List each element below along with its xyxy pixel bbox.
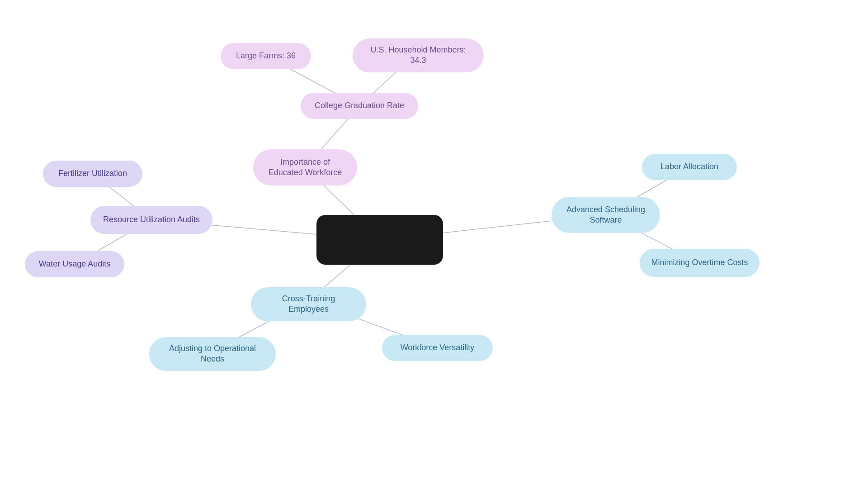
adjusting-operational-node[interactable]: Adjusting to Operational Needs: [149, 337, 276, 371]
us-household-label: U.S. Household Members: 34.3: [363, 45, 474, 66]
us-household-node[interactable]: U.S. Household Members: 34.3: [353, 38, 484, 72]
resource-utilization-label: Resource Utilization Audits: [103, 214, 200, 225]
large-farms-label: Large Farms: 36: [236, 51, 296, 61]
large-farms-node[interactable]: Large Farms: 36: [221, 43, 311, 69]
minimizing-overtime-label: Minimizing Overtime Costs: [651, 257, 748, 268]
water-usage-label: Water Usage Audits: [39, 259, 110, 269]
fertilizer-utilization-label: Fertilizer Utilization: [58, 168, 127, 179]
water-usage-node[interactable]: Water Usage Audits: [25, 251, 124, 277]
advanced-scheduling-node[interactable]: Advanced Scheduling Software: [552, 197, 660, 233]
cross-training-label: Cross-Training Employees: [261, 294, 356, 315]
resource-utilization-node[interactable]: Resource Utilization Audits: [90, 206, 212, 234]
importance-educated-label: Importance of Educated Workforce: [263, 157, 347, 178]
importance-educated-node[interactable]: Importance of Educated Workforce: [253, 149, 357, 186]
college-graduation-node[interactable]: College Graduation Rate: [301, 93, 418, 119]
labor-allocation-label: Labor Allocation: [660, 162, 718, 172]
cross-training-node[interactable]: Cross-Training Employees: [251, 287, 366, 321]
mindmap-canvas: Large Farms: 36U.S. Household Members: 3…: [0, 0, 868, 490]
minimizing-overtime-node[interactable]: Minimizing Overtime Costs: [640, 249, 760, 277]
labor-allocation-node[interactable]: Labor Allocation: [642, 154, 737, 180]
college-graduation-label: College Graduation Rate: [315, 100, 404, 111]
adjusting-operational-label: Adjusting to Operational Needs: [159, 343, 266, 365]
workforce-versatility-label: Workforce Versatility: [401, 343, 475, 353]
workforce-versatility-node[interactable]: Workforce Versatility: [382, 335, 493, 361]
fertilizer-utilization-node[interactable]: Fertilizer Utilization: [43, 161, 142, 187]
center-node[interactable]: [316, 215, 443, 265]
advanced-scheduling-label: Advanced Scheduling Software: [561, 205, 650, 226]
